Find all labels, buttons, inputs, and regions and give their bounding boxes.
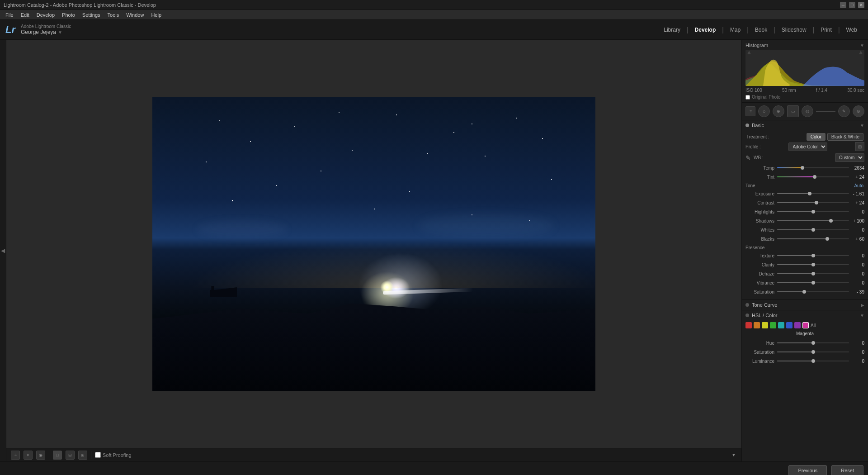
treatment-row: Treatment : Color Black & White bbox=[745, 133, 864, 141]
hsl-header[interactable]: HSL / Color ▼ bbox=[742, 310, 868, 320]
vibrance-slider[interactable] bbox=[777, 282, 849, 283]
highlights-row: Highlights 0 bbox=[745, 208, 864, 216]
basic-panel-header[interactable]: Basic ▼ bbox=[742, 120, 868, 130]
previous-button[interactable]: Previous bbox=[788, 465, 827, 475]
hsl-saturation-slider[interactable] bbox=[777, 352, 849, 352]
treatment-bw-btn[interactable]: Black & White bbox=[827, 133, 863, 141]
treatment-color-btn[interactable]: Color bbox=[807, 133, 826, 141]
highlights-slider[interactable] bbox=[777, 211, 849, 212]
tone-curve-header[interactable]: Tone Curve ▶ bbox=[742, 300, 868, 310]
color-all[interactable]: all bbox=[811, 323, 816, 328]
catalog-name: Adobe Lightroom Classic bbox=[21, 24, 71, 29]
nav-develop[interactable]: Develop bbox=[689, 25, 722, 35]
profile-select[interactable]: Adobe Color bbox=[788, 142, 827, 151]
crop-tool[interactable]: ⌗ bbox=[11, 451, 20, 460]
minimize-button[interactable]: ─ bbox=[840, 2, 846, 8]
temp-thumb[interactable] bbox=[801, 166, 804, 170]
saturation-slider[interactable] bbox=[777, 291, 849, 292]
tint-slider[interactable] bbox=[777, 176, 849, 177]
tone-curve-collapse-dot[interactable] bbox=[745, 303, 749, 307]
color-green[interactable] bbox=[770, 322, 776, 328]
color-magenta[interactable] bbox=[802, 322, 809, 328]
vibrance-thumb[interactable] bbox=[811, 281, 815, 285]
hsl-luminance-slider[interactable] bbox=[777, 361, 849, 361]
saturation-thumb[interactable] bbox=[802, 290, 806, 294]
contrast-slider[interactable] bbox=[777, 202, 849, 203]
nav-map[interactable]: Map bbox=[725, 25, 746, 35]
hsl-hue-slider[interactable] bbox=[777, 342, 849, 343]
exposure-thumb[interactable] bbox=[808, 192, 811, 195]
hsl-luminance-thumb[interactable] bbox=[811, 359, 815, 363]
graduated-filter-tool[interactable]: ▭ bbox=[787, 105, 799, 117]
hsl-hue-value: 0 bbox=[851, 341, 864, 346]
crop-overlay-tool[interactable]: ⌗ bbox=[745, 106, 755, 116]
shadows-thumb[interactable] bbox=[829, 219, 833, 223]
histogram-collapse[interactable]: ▼ bbox=[860, 43, 864, 48]
texture-slider[interactable] bbox=[777, 255, 849, 256]
view-mode-single[interactable]: □ bbox=[53, 451, 62, 460]
title-bar: Lightroom Catalog-2 - Adobe Photoshop Li… bbox=[0, 0, 868, 10]
view-mode-compare[interactable]: ⊟ bbox=[66, 451, 75, 460]
color-blue[interactable] bbox=[786, 322, 793, 328]
contrast-thumb[interactable] bbox=[815, 201, 818, 204]
color-aqua[interactable] bbox=[778, 322, 784, 328]
menu-file[interactable]: File bbox=[2, 10, 17, 19]
shadows-slider[interactable] bbox=[777, 220, 849, 221]
blacks-thumb[interactable] bbox=[826, 237, 829, 241]
menu-help[interactable]: Help bbox=[147, 10, 165, 19]
wb-select[interactable]: Custom bbox=[835, 153, 864, 162]
adjustment-brush-tool[interactable]: ✎ bbox=[838, 105, 850, 117]
whites-thumb[interactable] bbox=[811, 228, 815, 232]
tint-thumb[interactable] bbox=[813, 175, 816, 179]
reset-button[interactable]: Reset bbox=[831, 465, 863, 475]
color-yellow[interactable] bbox=[762, 322, 768, 328]
menu-edit[interactable]: Edit bbox=[17, 10, 33, 19]
targeted-adj-tool[interactable]: ⊙ bbox=[853, 105, 864, 117]
nav-print[interactable]: Print bbox=[815, 25, 837, 35]
view-mode-survey[interactable]: ⊞ bbox=[78, 451, 87, 460]
filmstrip-toggle[interactable]: ▼ bbox=[731, 451, 737, 460]
exposure-slider[interactable] bbox=[777, 193, 849, 194]
nav-book[interactable]: Book bbox=[750, 25, 773, 35]
maximize-button[interactable]: □ bbox=[849, 2, 855, 8]
blacks-value: + 60 bbox=[851, 237, 864, 242]
clarity-slider[interactable] bbox=[777, 264, 849, 265]
temp-slider[interactable] bbox=[777, 167, 849, 168]
menu-tools[interactable]: Tools bbox=[104, 10, 123, 19]
dehaze-slider[interactable] bbox=[777, 273, 849, 274]
redeye-tool[interactable]: ◉ bbox=[36, 451, 45, 460]
clarity-thumb[interactable] bbox=[811, 263, 815, 266]
menu-photo[interactable]: Photo bbox=[58, 10, 79, 19]
whites-slider[interactable] bbox=[777, 229, 849, 230]
left-panel-toggle[interactable]: ◀ bbox=[0, 40, 6, 461]
color-purple[interactable] bbox=[794, 322, 801, 328]
highlights-thumb[interactable] bbox=[811, 210, 815, 214]
hsl-hue-thumb[interactable] bbox=[811, 341, 815, 345]
heal-tool[interactable]: ✦ bbox=[24, 451, 33, 460]
basic-panel-collapse-dot[interactable] bbox=[745, 124, 749, 127]
spot-removal-tool[interactable]: ○ bbox=[758, 105, 770, 117]
color-red[interactable] bbox=[745, 322, 752, 328]
color-orange[interactable] bbox=[754, 322, 760, 328]
redeye-correction-tool[interactable]: ⊕ bbox=[773, 105, 784, 117]
menu-window[interactable]: Window bbox=[123, 10, 147, 19]
histogram-info: ISO 100 50 mm f / 1.4 30.0 sec bbox=[745, 88, 864, 93]
soft-proofing-checkbox[interactable] bbox=[95, 452, 101, 458]
texture-thumb[interactable] bbox=[811, 254, 815, 257]
menu-develop[interactable]: Develop bbox=[33, 10, 58, 19]
dehaze-thumb[interactable] bbox=[811, 272, 815, 276]
nav-library[interactable]: Library bbox=[658, 25, 686, 35]
profile-grid-button[interactable]: ⊞ bbox=[855, 142, 864, 151]
nav-slideshow[interactable]: Slideshow bbox=[776, 25, 812, 35]
basic-panel-title: Basic bbox=[752, 123, 764, 128]
menu-settings[interactable]: Settings bbox=[79, 10, 104, 19]
original-photo-checkbox[interactable] bbox=[745, 95, 750, 100]
hsl-saturation-thumb[interactable] bbox=[811, 350, 815, 354]
nav-web[interactable]: Web bbox=[841, 25, 863, 35]
hsl-collapse-dot[interactable] bbox=[745, 314, 749, 317]
blacks-slider[interactable] bbox=[777, 238, 849, 239]
close-button[interactable]: ✕ bbox=[858, 2, 864, 8]
right-panel-scroll[interactable]: Basic ▼ Treatment : Color Black & White bbox=[742, 120, 868, 461]
radial-filter-tool[interactable]: ◎ bbox=[802, 105, 813, 117]
tone-auto-btn[interactable]: Auto bbox=[853, 183, 864, 188]
